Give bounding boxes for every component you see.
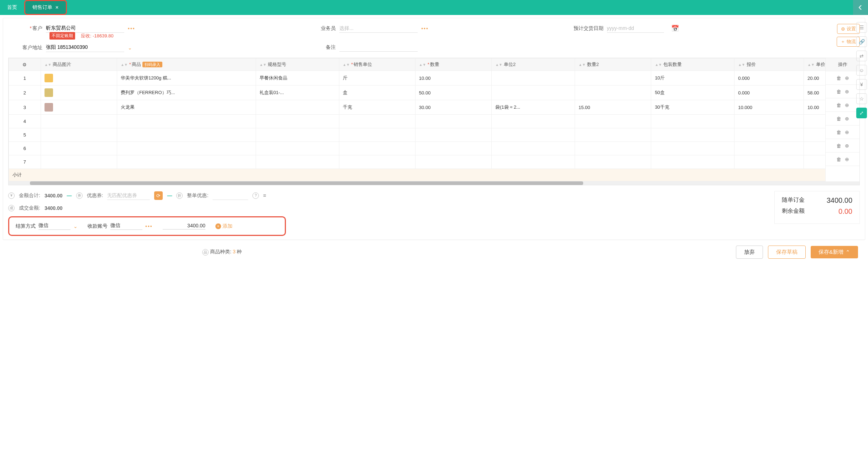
add-row-icon[interactable]: ⊕ [845, 116, 849, 122]
order-discount-input[interactable] [213, 191, 248, 200]
delete-row-icon[interactable]: 🗑 [836, 75, 841, 81]
kinds-icon: 品 [202, 249, 209, 256]
coupon-label: 优惠券: [87, 192, 103, 199]
sidebar-expand-icon[interactable]: ⤢ [856, 108, 867, 118]
collapse-button[interactable] [853, 0, 868, 15]
col-quote[interactable]: ▲▼报价 [734, 58, 804, 71]
chevron-left-icon [858, 5, 863, 10]
row-ops: 🗑⊕ [826, 98, 859, 112]
tab-sales-order[interactable]: 销售订单 ✕ [24, 0, 67, 15]
calendar-icon[interactable]: 📅 [671, 25, 679, 32]
table-row[interactable]: 1 华美华夫软饼1200g 糕...早餐休闲食品斤10.00 10斤0.0002… [9, 71, 859, 86]
customer-label: *客户 [8, 25, 42, 32]
col-spec[interactable]: ▲▼规格型号 [256, 58, 339, 71]
settlement-box: 结算方式 微信 ⌄ 收款账号 微信 ••• 3400.00 + 添加 [8, 216, 286, 236]
add-row-icon[interactable]: ⊕ [845, 102, 849, 108]
chevron-down-icon[interactable]: ⌄ [128, 45, 132, 51]
gear-icon: ⚙ [841, 26, 845, 32]
order-discount-label: 整单优惠: [187, 192, 208, 199]
deal-amount-value: 3400.00 [45, 205, 63, 211]
salesman-input[interactable] [339, 24, 418, 33]
delete-row-icon[interactable]: 🗑 [836, 156, 841, 162]
scan-button[interactable]: 扫码录入 [142, 62, 162, 67]
account-more-icon[interactable]: ••• [145, 223, 153, 229]
settle-account-select[interactable]: 微信 [110, 222, 142, 230]
delete-row-icon[interactable]: 🗑 [836, 102, 841, 108]
customer-more-icon[interactable]: ••• [128, 26, 135, 31]
add-row-icon[interactable]: ⊕ [845, 156, 849, 162]
delete-row-icon[interactable]: 🗑 [836, 143, 841, 149]
table-row[interactable]: 6 [9, 142, 859, 155]
settle-method-select[interactable]: 微信 [38, 222, 70, 230]
col-image[interactable]: ▲▼商品图片 [41, 58, 117, 71]
remaining-value: 0.00 [838, 207, 852, 216]
refresh-icon[interactable]: ⟳ [154, 191, 163, 200]
cancel-button[interactable]: 放弃 [736, 246, 763, 259]
deal-icon: 成 [8, 205, 15, 211]
close-icon[interactable]: ✕ [55, 5, 59, 10]
delete-row-icon[interactable]: 🗑 [836, 116, 841, 122]
items-table: ⚙ ▲▼商品图片 ▲▼*商品扫码录入 ▲▼规格型号 ▲▼*销售单位 ▲▼*数量 … [8, 58, 860, 185]
sidebar-star-icon[interactable]: ☆ [856, 93, 867, 104]
receivable-text: 应收: -18639.80 [81, 33, 114, 39]
coupon-input[interactable] [107, 191, 150, 200]
sidebar-currency-icon[interactable]: ¥ [856, 79, 867, 90]
salesman-more-icon[interactable]: ••• [421, 26, 429, 31]
sidebar-user-icon[interactable]: ☺ [856, 65, 867, 76]
customer-input[interactable] [46, 24, 124, 33]
row-ops: 🗑⊕ [826, 139, 859, 153]
footer-bar: 品 商品种类: 3 种 放弃 保存草稿 保存&新增⌃ [3, 240, 865, 262]
chevron-down-icon[interactable]: ⌄ [73, 223, 78, 229]
equals-icon: = [263, 193, 266, 198]
add-row-icon[interactable]: ⊕ [845, 143, 849, 149]
col-qty[interactable]: ▲▼*数量 [415, 58, 491, 71]
product-image [45, 74, 53, 82]
product-kinds-info: 品 商品种类: 3 种 [202, 249, 242, 256]
delivery-date-input[interactable] [607, 24, 664, 33]
settle-method-label: 结算方式 [16, 223, 36, 229]
add-settlement-button[interactable]: + 添加 [215, 223, 232, 229]
plus-icon: ＋ [841, 38, 845, 45]
minus-icon: — [67, 193, 72, 198]
deposit-value: 3400.00 [827, 196, 852, 205]
save-draft-button[interactable]: 保存草稿 [768, 246, 806, 259]
sidebar-link-icon[interactable]: 🔗 [856, 36, 867, 47]
table-row[interactable]: 5 [9, 128, 859, 142]
remark-input[interactable] [339, 43, 418, 52]
amount-total-label: 金额合计: [19, 192, 40, 199]
help-icon[interactable]: ? [252, 192, 259, 199]
sidebar-exchange-icon[interactable]: ⇄ [856, 51, 867, 61]
col-qty2[interactable]: ▲▼数量2 [575, 58, 651, 71]
table-row[interactable]: 4 [9, 115, 859, 128]
col-unit[interactable]: ▲▼*销售单位 [339, 58, 415, 71]
col-pack[interactable]: ▲▼包装数量 [651, 58, 734, 71]
col-product[interactable]: ▲▼*商品扫码录入 [117, 58, 256, 71]
add-row-icon[interactable]: ⊕ [845, 89, 849, 94]
table-row[interactable]: 3 火龙果千克30.00 袋(1袋 ≈ 2...15.0030千克10.0001… [9, 100, 859, 115]
account-period-tag: 不固定账期 [49, 32, 75, 40]
subtotal-row: 小计 [9, 169, 859, 181]
right-sidebar: ☰ 🔗 ⇄ ☺ ¥ ☆ ⤢ [855, 15, 868, 118]
delivery-date-label: 预计交货日期 [569, 25, 603, 32]
tab-home[interactable]: 首页 [0, 0, 24, 15]
delete-row-icon[interactable]: 🗑 [836, 129, 841, 135]
sidebar-list-icon[interactable]: ☰ [856, 22, 867, 33]
chevron-up-icon: ⌃ [846, 249, 850, 256]
add-row-icon[interactable]: ⊕ [845, 129, 849, 135]
product-image [45, 103, 53, 112]
column-config[interactable]: ⚙ [9, 58, 41, 71]
amount-total-value: 3400.00 [45, 193, 63, 198]
settle-amount-input[interactable]: 3400.00 [163, 223, 205, 229]
row-ops: 🗑⊕ [826, 85, 859, 98]
settle-account-label: 收款账号 [88, 223, 108, 229]
save-and-new-button[interactable]: 保存&新增⌃ [811, 246, 858, 258]
delete-row-icon[interactable]: 🗑 [836, 89, 841, 94]
address-input[interactable] [46, 43, 124, 52]
row-ops: 🗑⊕ [826, 112, 859, 125]
horizontal-scrollbar[interactable] [9, 181, 859, 185]
table-row[interactable]: 7 [9, 155, 859, 169]
remark-label: 备注 [302, 44, 336, 51]
table-row[interactable]: 2 费列罗（FERRERO）巧...礼盒装01-...盒50.00 50盒0.0… [9, 86, 859, 100]
col-unit2[interactable]: ▲▼单位2 [492, 58, 575, 71]
add-row-icon[interactable]: ⊕ [845, 75, 849, 81]
